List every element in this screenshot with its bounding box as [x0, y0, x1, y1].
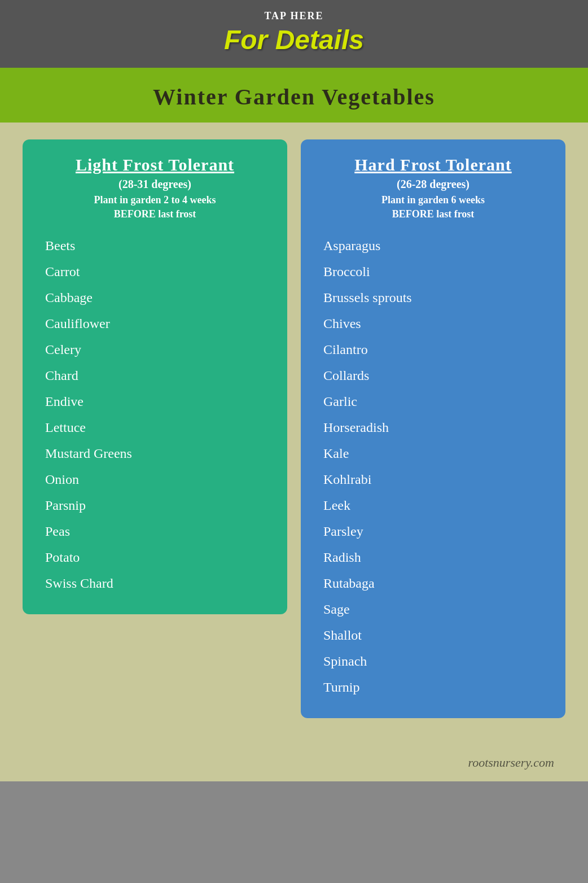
list-item: Cauliflower: [41, 311, 269, 336]
list-item: Turnip: [319, 674, 547, 700]
footer: rootsnursery.com: [0, 750, 588, 781]
light-frost-line2: BEFORE last frost: [114, 208, 196, 220]
list-item: Garlic: [319, 388, 547, 414]
list-item: Leek: [319, 492, 547, 518]
list-item: Cilantro: [319, 336, 547, 362]
hard-frost-line1: Plant in garden 6 weeks: [381, 194, 485, 206]
list-item: Swiss Chard: [41, 570, 269, 596]
for-details-label[interactable]: For Details: [224, 25, 364, 55]
list-item: Parsley: [319, 518, 547, 544]
list-item: Sage: [319, 596, 547, 622]
list-item: Beets: [41, 233, 269, 259]
hard-frost-panel: Hard Frost Tolerant (26-28 degrees) Plan…: [301, 139, 565, 718]
list-item: Asparagus: [319, 233, 547, 259]
hard-frost-line2: BEFORE last frost: [392, 208, 475, 220]
light-frost-desc: Plant in garden 2 to 4 weeks BEFORE last…: [41, 193, 269, 221]
list-item: Lettuce: [41, 414, 269, 440]
light-frost-panel: Light Frost Tolerant (28-31 degrees) Pla…: [23, 139, 287, 614]
list-item: Shallot: [319, 622, 547, 648]
hard-frost-list: AsparagusBroccoliBrussels sproutsChivesC…: [319, 233, 547, 700]
list-item: Rutabaga: [319, 570, 547, 596]
list-item: Onion: [41, 466, 269, 492]
list-item: Carrot: [41, 259, 269, 285]
hard-frost-desc: Plant in garden 6 weeks BEFORE last fros…: [319, 193, 547, 221]
list-item: Collards: [319, 362, 547, 388]
list-item: Brussels sprouts: [319, 285, 547, 311]
list-item: Chives: [319, 311, 547, 336]
bottom-space: [0, 781, 588, 883]
list-item: Parsnip: [41, 492, 269, 518]
light-frost-list: BeetsCarrotCabbageCauliflowerCeleryChard…: [41, 233, 269, 596]
list-item: Broccoli: [319, 259, 547, 285]
light-frost-title: Light Frost Tolerant: [41, 155, 269, 174]
main-content: Light Frost Tolerant (28-31 degrees) Pla…: [0, 123, 588, 750]
light-frost-degrees: (28-31 degrees): [41, 178, 269, 191]
hard-frost-title: Hard Frost Tolerant: [319, 155, 547, 174]
list-item: Celery: [41, 336, 269, 362]
list-item: Kohlrabi: [319, 466, 547, 492]
list-item: Chard: [41, 362, 269, 388]
list-item: Potato: [41, 544, 269, 570]
title-section: Winter Garden Vegetables: [0, 68, 588, 123]
list-item: Radish: [319, 544, 547, 570]
list-item: Mustard Greens: [41, 440, 269, 466]
list-item: Horseradish: [319, 414, 547, 440]
tap-here-label: TAP HERE: [0, 10, 588, 22]
list-item: Spinach: [319, 648, 547, 674]
list-item: Peas: [41, 518, 269, 544]
light-frost-line1: Plant in garden 2 to 4 weeks: [94, 194, 216, 206]
list-item: Kale: [319, 440, 547, 466]
header-banner: TAP HERE For Details: [0, 0, 588, 68]
footer-url: rootsnursery.com: [468, 755, 554, 770]
hard-frost-degrees: (26-28 degrees): [319, 178, 547, 191]
list-item: Endive: [41, 388, 269, 414]
page-title: Winter Garden Vegetables: [23, 84, 565, 110]
columns-container: Light Frost Tolerant (28-31 degrees) Pla…: [23, 139, 565, 718]
list-item: Cabbage: [41, 285, 269, 311]
